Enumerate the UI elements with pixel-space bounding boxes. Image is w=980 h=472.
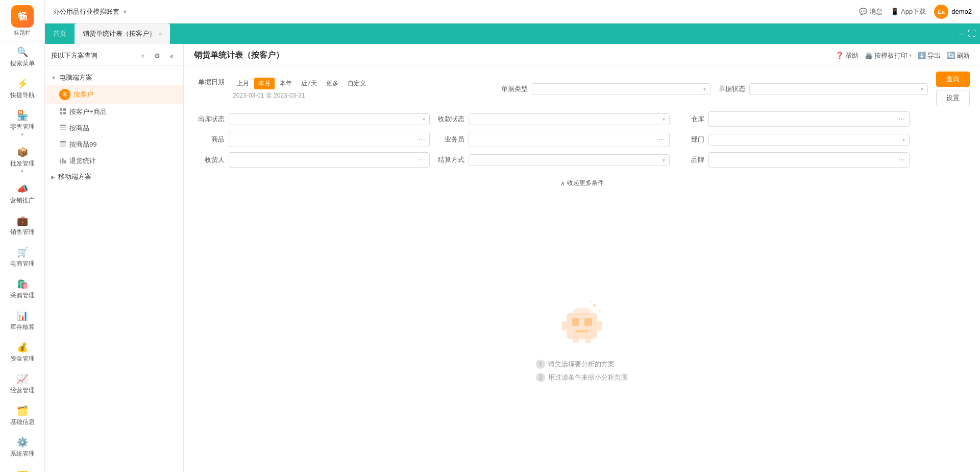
- tree-item-return-stats[interactable]: 退货统计: [45, 153, 183, 169]
- operation-icon: 📈: [17, 373, 28, 385]
- export-button[interactable]: ⬇️ 导出: [918, 51, 941, 60]
- page-header: 销货单统计表（按客户） ❓ 帮助 🖨️ 按模板打印 ▾ ⬇️ 导出: [184, 44, 980, 65]
- this-month-btn[interactable]: 本月: [254, 78, 275, 89]
- product-more-icon[interactable]: ···: [419, 135, 425, 144]
- svg-rect-11: [62, 158, 64, 163]
- tree-arrow-collapsed-icon: ▶: [51, 174, 55, 180]
- print-dropdown-icon[interactable]: ▾: [909, 53, 912, 58]
- header-dropdown-icon[interactable]: ▾: [124, 8, 127, 15]
- doc-type-label: 单据类型: [497, 84, 528, 93]
- pay-status-filter: 收款状态 ▾: [434, 113, 670, 125]
- sidebar-item-basic[interactable]: 🗂️ 基础信息: [0, 400, 44, 432]
- add-scheme-button[interactable]: +: [137, 50, 149, 61]
- message-label: 消息: [869, 7, 883, 16]
- receiver-input[interactable]: ···: [229, 152, 430, 168]
- tree-group-pc-header[interactable]: ▼ 电脑端方案: [45, 70, 183, 85]
- tab-expand-icon[interactable]: ⛶: [968, 29, 976, 38]
- app-icon: 📱: [891, 8, 899, 15]
- settings-button[interactable]: 设置: [936, 90, 970, 106]
- date-controls: 上月 本月 本年 近7天 更多 自定义 2023-03-01 至 2023-03…: [229, 78, 370, 100]
- sidebar: 畅 标题栏 🔍 搜索菜单 ⚡ 快捷导航 🏪 零售管理 ▲ 📦 批发管理 ▲ 📣 …: [0, 0, 45, 472]
- tab-minimize-icon[interactable]: –: [959, 29, 964, 38]
- pay-status-select[interactable]: ▾: [469, 113, 670, 125]
- sidebar-item-enterprise[interactable]: 🤝 企业协同: [0, 463, 44, 472]
- sidebar-item-retail[interactable]: 🏪 零售管理 ▲: [0, 105, 44, 141]
- more-date-btn[interactable]: 更多: [322, 78, 342, 89]
- tab-close-icon[interactable]: ×: [159, 31, 162, 37]
- warehouse-input[interactable]: ···: [708, 111, 910, 127]
- product-input[interactable]: ···: [229, 132, 430, 147]
- sidebar-item-finance[interactable]: 💰 资金管理: [0, 337, 44, 368]
- tab-active[interactable]: 销货单统计表（按客户） ×: [75, 23, 170, 44]
- ecommerce-icon: 🛒: [17, 247, 28, 258]
- app-download-button[interactable]: 📱 App下载: [891, 7, 926, 16]
- sidebar-item-system[interactable]: ⚙️ 系统管理: [0, 432, 44, 463]
- refresh-label: 刷新: [957, 51, 970, 60]
- tree-item-by-customer[interactable]: 客 按客户: [45, 85, 183, 104]
- empty-tip-2: 2 用过滤条件来缩小分析范围: [536, 373, 628, 382]
- scheme-settings-button[interactable]: ⚙: [152, 50, 163, 61]
- page-title-text: 销货单统计表（按客户）: [194, 51, 284, 59]
- brand-more-icon[interactable]: ···: [898, 155, 905, 164]
- filter-row-2: 出库状态 ▾ 收款状态 ▾ 仓库: [194, 111, 970, 127]
- settle-select[interactable]: ▾: [469, 154, 670, 166]
- staff-more-icon[interactable]: ···: [658, 135, 665, 144]
- receiver-more-icon[interactable]: ···: [419, 155, 425, 164]
- tree-item-customer-product[interactable]: 按客户+商品: [45, 104, 183, 120]
- sidebar-item-operation[interactable]: 📈 经营管理: [0, 368, 44, 400]
- sidebar-item-ecommerce[interactable]: 🛒 电商管理: [0, 242, 44, 273]
- collapse-button[interactable]: ∧ 收起更多条件: [554, 177, 610, 190]
- left-panel-actions: + ⚙ «: [137, 50, 177, 61]
- expand-arrow-icon2: ▲: [20, 168, 24, 173]
- tab-home[interactable]: 首页: [45, 23, 75, 44]
- user-area[interactable]: Ea demo2: [934, 5, 972, 19]
- help-button[interactable]: ❓ 帮助: [836, 51, 859, 60]
- sidebar-item-search[interactable]: 🔍 搜索菜单: [0, 41, 44, 73]
- tree-item-by-product[interactable]: 按商品: [45, 120, 183, 136]
- date-filter-group: 单据日期 上月 本月 本年 近7天 更多 自定义 2023-03-01 至 20…: [194, 78, 493, 100]
- sidebar-item-purchase[interactable]: 🛍️ 采购管理: [0, 273, 44, 305]
- svg-rect-17: [561, 321, 567, 331]
- staff-input[interactable]: ···: [469, 132, 670, 147]
- print-button[interactable]: 🖨️ 按模板打印 ▾: [865, 51, 912, 60]
- doc-status-label: 单据状态: [715, 84, 745, 93]
- custom-date-btn[interactable]: 自定义: [344, 78, 370, 89]
- sidebar-item-marketing[interactable]: 📣 营销推广: [0, 178, 44, 210]
- sidebar-item-label: 快捷导航: [10, 91, 35, 100]
- last7-btn[interactable]: 近7天: [297, 78, 321, 89]
- tree-group-mobile-label: 移动端方案: [58, 172, 91, 181]
- filter-row-3: 商品 ··· 业务员 ··· 部门: [194, 132, 970, 147]
- doc-status-select[interactable]: ▾: [749, 83, 928, 95]
- tip-num-1: 1: [536, 360, 545, 369]
- page-actions: ❓ 帮助 🖨️ 按模板打印 ▾ ⬇️ 导出 🔄 刷新: [836, 51, 970, 60]
- sidebar-item-label: 营销推广: [10, 196, 35, 205]
- last-month-btn[interactable]: 上月: [233, 78, 253, 89]
- sales-icon: 💼: [17, 215, 28, 226]
- sidebar-item-wholesale[interactable]: 📦 批发管理 ▲: [0, 141, 44, 178]
- page-title: 销货单统计表（按客户）: [194, 50, 284, 61]
- warehouse-more-icon[interactable]: ···: [898, 114, 905, 124]
- sidebar-item-sales[interactable]: 💼 销售管理: [0, 210, 44, 242]
- sidebar-item-label: 系统管理: [10, 450, 35, 458]
- sidebar-item-inventory[interactable]: 📊 库存核算: [0, 305, 44, 337]
- query-button[interactable]: 查询: [936, 72, 970, 87]
- collapse-panel-button[interactable]: «: [166, 50, 177, 61]
- wholesale-icon: 📦: [17, 147, 28, 158]
- refresh-button[interactable]: 🔄 刷新: [947, 51, 970, 60]
- marketing-icon: 📣: [17, 183, 28, 195]
- brand-input[interactable]: ···: [708, 152, 910, 168]
- print-icon: 🖨️: [865, 52, 873, 59]
- message-button[interactable]: 💬 消息: [859, 7, 883, 16]
- tree-item-product-99[interactable]: 按商品99: [45, 136, 183, 153]
- out-status-select[interactable]: ▾: [229, 113, 430, 125]
- tab-active-label: 销货单统计表（按客户）: [83, 29, 156, 38]
- doc-type-select[interactable]: ▾: [532, 83, 710, 95]
- svg-rect-14: [572, 318, 579, 326]
- svg-rect-12: [64, 160, 66, 163]
- sidebar-item-quick-nav[interactable]: ⚡ 快捷导航: [0, 73, 44, 105]
- this-year-btn[interactable]: 本年: [276, 78, 296, 89]
- receiver-filter: 收货人 ···: [194, 152, 430, 168]
- tree-group-mobile-header[interactable]: ▶ 移动端方案: [45, 169, 183, 184]
- product-label: 商品: [194, 135, 225, 144]
- dept-select[interactable]: ▾: [708, 134, 910, 146]
